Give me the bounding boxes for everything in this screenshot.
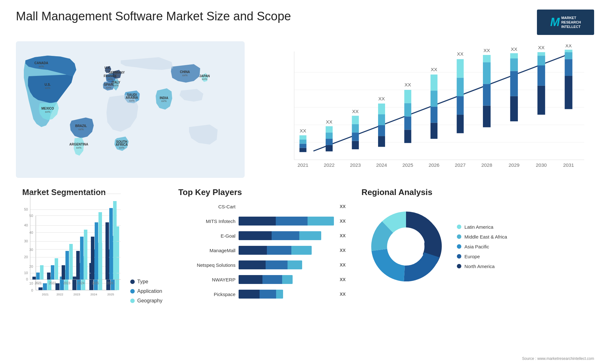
svg-rect-42 [300, 148, 307, 152]
player-row-nwayerp: NWAYERP XX [178, 275, 346, 284]
top-section: CANADA xx% U.S. xx% MEXICO xx% BRAZIL xx… [16, 41, 594, 178]
svg-rect-161 [51, 265, 54, 280]
page-title: Mall Management Software Market Size and… [16, 10, 291, 23]
svg-rect-165 [65, 251, 69, 280]
svg-rect-75 [430, 75, 437, 91]
svg-rect-102 [565, 76, 572, 109]
europe-label: Europe [464, 254, 480, 259]
player-value-pickspace: XX [340, 292, 346, 297]
svg-rect-174 [98, 212, 102, 280]
player-bar-pickspace [239, 290, 334, 299]
svg-text:XX: XX [352, 109, 359, 114]
svg-rect-51 [326, 126, 333, 132]
players-list: CS-Cart XX MITS Infotech [178, 202, 346, 299]
svg-rect-170 [84, 230, 87, 280]
svg-rect-85 [483, 84, 491, 105]
player-row-pickspace: Pickspace XX [178, 290, 346, 299]
bar-chart-svg: XX 2021 XX 2022 XX 2023 [273, 44, 588, 184]
svg-rect-158 [40, 265, 44, 280]
seg-chart-area: 0 10 20 30 40 50 2021 [22, 202, 162, 304]
legend-asia-pacific: Asia Pacific [457, 244, 507, 249]
source-text: Source : www.marketresearchintellect.com [522, 356, 594, 361]
north-america-dot [457, 264, 461, 268]
player-row-cscart: CS-Cart XX [178, 202, 346, 211]
regional-title: Regional Analysis [362, 187, 588, 197]
svg-text:2022: 2022 [324, 162, 335, 168]
svg-text:CANADA: CANADA [34, 61, 48, 65]
svg-rect-69 [404, 90, 411, 103]
svg-text:U.S.: U.S. [44, 83, 51, 86]
svg-text:CHINA: CHINA [180, 70, 190, 74]
svg-text:2022: 2022 [49, 281, 56, 285]
svg-text:0: 0 [26, 277, 28, 281]
svg-text:xx%: xx% [107, 78, 113, 81]
logo-letter: M [550, 16, 560, 29]
svg-rect-49 [326, 139, 333, 145]
svg-text:BRAZIL: BRAZIL [75, 124, 87, 128]
player-bar-netspeq [239, 260, 334, 269]
legend-type-label: Type [137, 279, 148, 285]
svg-rect-62 [378, 114, 385, 125]
svg-text:2031: 2031 [563, 162, 574, 168]
svg-rect-169 [80, 237, 84, 280]
bar-chart-container: XX 2021 XX 2022 XX 2023 [254, 41, 594, 178]
logo-text: MARKET RESEARCH INTELLECT [561, 16, 581, 29]
svg-text:60: 60 [24, 192, 28, 195]
svg-text:xx%: xx% [182, 74, 187, 77]
player-value-managemall: XX [340, 248, 346, 253]
geography-color-dot [130, 299, 135, 303]
svg-text:xx%: xx% [119, 146, 124, 149]
svg-text:30: 30 [24, 239, 28, 243]
svg-rect-160 [47, 273, 51, 280]
player-name-cscart: CS-Cart [178, 204, 235, 209]
svg-text:2029: 2029 [509, 162, 519, 168]
svg-rect-93 [510, 53, 518, 59]
svg-rect-176 [105, 222, 109, 280]
svg-text:2023: 2023 [350, 162, 361, 168]
svg-rect-177 [109, 208, 113, 280]
svg-rect-104 [565, 52, 572, 59]
segmentation-chart-proper: 0 10 20 30 40 50 60 2021 [16, 187, 127, 295]
players-title: Top Key Players [178, 187, 346, 197]
latin-america-dot [457, 225, 461, 229]
player-name-mits: MITS Infotech [178, 219, 235, 224]
svg-text:2023: 2023 [63, 281, 71, 285]
player-value-nwayerp: XX [340, 277, 346, 282]
svg-text:xx%: xx% [76, 146, 81, 149]
svg-rect-79 [457, 96, 464, 115]
svg-rect-86 [483, 62, 491, 84]
svg-rect-67 [404, 117, 411, 130]
svg-text:2025: 2025 [402, 162, 413, 168]
player-name-pickspace: Pickspace [178, 292, 235, 297]
svg-rect-55 [352, 132, 359, 141]
svg-text:xx%: xx% [78, 128, 84, 131]
player-row-managemall: ManageMall XX [178, 246, 346, 255]
svg-text:xx%: xx% [113, 84, 119, 87]
svg-text:2024: 2024 [376, 162, 387, 168]
svg-text:XX: XX [378, 96, 385, 101]
svg-text:xx%: xx% [114, 74, 119, 77]
svg-text:2026: 2026 [106, 281, 114, 285]
bottom-section: Market Segmentation 0 10 [16, 187, 594, 353]
svg-rect-99 [538, 52, 545, 56]
svg-rect-48 [326, 145, 333, 152]
svg-rect-60 [378, 136, 385, 147]
svg-rect-157 [36, 273, 40, 280]
player-name-egoal: E-Goal [178, 233, 235, 239]
svg-rect-156 [32, 277, 36, 280]
svg-text:xx%: xx% [129, 99, 134, 102]
svg-rect-63 [378, 104, 385, 114]
legend-application-label: Application [137, 288, 162, 294]
svg-rect-166 [69, 244, 73, 280]
svg-rect-162 [55, 258, 58, 280]
asia-pacific-dot [457, 244, 461, 249]
world-map-svg: CANADA xx% U.S. xx% MEXICO xx% BRAZIL xx… [16, 41, 245, 178]
legend-item-application: Application [130, 288, 162, 294]
svg-text:20: 20 [24, 255, 28, 259]
svg-text:2024: 2024 [78, 281, 85, 285]
page-container: Mall Management Software Market Size and… [0, 0, 610, 364]
svg-rect-68 [404, 103, 411, 117]
svg-text:XX: XX [404, 82, 411, 87]
svg-rect-173 [95, 222, 98, 280]
svg-rect-54 [352, 141, 359, 149]
